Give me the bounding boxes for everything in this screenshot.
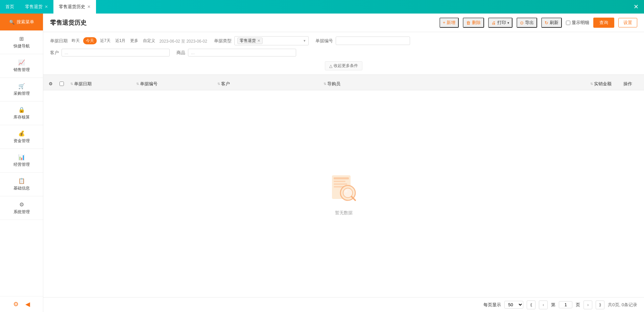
sidebar-item-basic-info[interactable]: 📋 基础信息 xyxy=(0,173,43,196)
date-filter-buttons: 昨天 今天 近7天 近1月 更多 自定义 xyxy=(70,37,157,44)
print-icon: 🖨 xyxy=(492,20,496,25)
tab-home[interactable]: 首页 xyxy=(0,0,20,14)
sidebar-item-system-mgmt[interactable]: ⚙ 系统管理 xyxy=(0,196,43,220)
last-page-button[interactable]: ⟫ xyxy=(596,300,604,309)
tab-retail-return-history[interactable]: 零售退货历史 ✕ xyxy=(53,0,96,14)
th-customer[interactable]: ⇅ 客户 xyxy=(215,81,321,87)
sidebar: 🔍 搜索菜单 ⊞ 快捷导航 📈 销售管理 🛒 采购管理 🔒 库存核算 💰 资金管… xyxy=(0,14,43,312)
collapse-sidebar-icon[interactable]: ◀ xyxy=(25,300,30,308)
operation-icon: 📊 xyxy=(18,154,25,160)
set-button[interactable]: 设置 xyxy=(618,18,637,27)
svg-point-8 xyxy=(345,190,348,193)
first-page-button[interactable]: ⟪ xyxy=(527,300,535,309)
main-layout: 🔍 搜索菜单 ⊞ 快捷导航 📈 销售管理 🛒 采购管理 🔒 库存核算 💰 资金管… xyxy=(0,14,644,312)
refresh-button[interactable]: ↻ 刷新 xyxy=(541,18,562,28)
sidebar-item-inventory[interactable]: 🔒 库存核算 xyxy=(0,102,43,125)
print-button[interactable]: 🖨 打印 ▾ xyxy=(488,18,512,28)
bill-no-sort-icon: ⇅ xyxy=(136,82,139,86)
page-title: 零售退货历史 xyxy=(50,19,87,27)
collapse-icon: △ xyxy=(329,64,332,68)
bill-type-tag-remove[interactable]: ✕ xyxy=(257,39,260,43)
page-size-label: 每页显示 xyxy=(483,302,501,308)
page-prefix: 第 xyxy=(551,302,555,308)
filter-container: 单据日期 昨天 今天 近7天 近1月 更多 自定义 2023-06-02 至 2… xyxy=(43,32,644,75)
empty-icon xyxy=(327,172,361,206)
filter-row-1: 单据日期 昨天 今天 近7天 近1月 更多 自定义 2023-06-02 至 2… xyxy=(50,36,637,45)
sidebar-item-purchase-mgmt[interactable]: 🛒 采购管理 xyxy=(0,78,43,102)
th-bill-no[interactable]: ⇅ 单据编号 xyxy=(134,81,215,87)
empty-text: 暂无数据 xyxy=(335,210,353,216)
delete-button[interactable]: 🗑 删除 xyxy=(463,18,484,28)
th-amount[interactable]: ⇅ 实销金额 xyxy=(558,81,614,87)
show-detail-checkbox[interactable] xyxy=(566,21,570,25)
inventory-icon: 🔒 xyxy=(18,106,25,113)
bill-type-dropdown-icon: ▾ xyxy=(304,39,306,43)
delete-icon: 🗑 xyxy=(466,20,471,25)
collapse-button[interactable]: △ 收起更多条件 xyxy=(325,61,362,70)
tab-retail-return[interactable]: 零售退货 ✕ xyxy=(20,0,53,14)
bill-type-select[interactable]: 零售退货 ✕ ▾ xyxy=(234,36,309,45)
date-btn-7days[interactable]: 近7天 xyxy=(99,37,112,44)
svg-rect-3 xyxy=(334,183,347,185)
goods-placeholder: ... xyxy=(191,50,195,55)
date-filter-item: 单据日期 昨天 今天 近7天 近1月 更多 自定义 2023-06-02 至 2… xyxy=(50,37,207,44)
export-button[interactable]: ⊙ 导出 xyxy=(517,18,537,28)
th-guide[interactable]: ⇅ 导购员 xyxy=(321,81,402,87)
sidebar-item-sales-mgmt[interactable]: 📈 销售管理 xyxy=(0,54,43,78)
date-range-display: 2023-06-02 至 2023-06-02 xyxy=(159,39,207,44)
sidebar-item-operation-mgmt[interactable]: 📊 经营管理 xyxy=(0,149,43,173)
finance-icon: 💰 xyxy=(18,130,25,137)
settings-bottom-icon[interactable]: ⚙ xyxy=(13,300,19,308)
select-all-checkbox[interactable] xyxy=(59,82,64,86)
tab-retail-return-history-close[interactable]: ✕ xyxy=(87,4,91,9)
filter-area: 单据日期 昨天 今天 近7天 近1月 更多 自定义 2023-06-02 至 2… xyxy=(43,32,644,75)
sidebar-item-quick-nav[interactable]: ⊞ 快捷导航 xyxy=(0,30,43,54)
bill-type-tag: 零售退货 ✕ xyxy=(237,38,263,44)
purchase-icon: 🛒 xyxy=(18,83,25,89)
th-op: 操作 xyxy=(614,81,641,87)
bill-no-input[interactable] xyxy=(336,37,410,45)
th-date[interactable]: ⇅ 单据日期 xyxy=(68,81,134,87)
page-header: 零售退货历史 + 新增 🗑 删除 🖨 打印 ▾ ⊙ 导出 xyxy=(43,14,644,32)
show-detail-checkbox-label[interactable]: 显示明细 xyxy=(566,20,589,26)
print-dropdown-icon: ▾ xyxy=(507,21,509,25)
page-suffix: 页 xyxy=(576,302,580,308)
page-number-input[interactable] xyxy=(559,301,572,308)
th-checkbox[interactable] xyxy=(57,82,68,86)
sort-up-icon: ⇅ xyxy=(70,82,73,86)
filter-row-2: 客户 ... 商品 ... xyxy=(50,49,637,57)
goods-select[interactable]: ... xyxy=(188,49,296,57)
date-btn-custom[interactable]: 自定义 xyxy=(142,37,157,44)
window-close-button[interactable]: ✕ xyxy=(628,3,644,10)
customer-sort-icon: ⇅ xyxy=(217,82,220,86)
bill-no-filter-item: 单据编号 xyxy=(315,37,410,45)
refresh-icon: ↻ xyxy=(545,20,548,25)
date-btn-today[interactable]: 今天 xyxy=(83,37,97,44)
query-button[interactable]: 查询 xyxy=(593,18,614,28)
amount-sort-icon: ⇅ xyxy=(590,82,593,86)
next-page-button[interactable]: › xyxy=(583,300,592,309)
date-btn-more[interactable]: 更多 xyxy=(129,37,140,44)
goods-label: 商品 xyxy=(176,50,185,56)
total-info: 共0页, 0条记录 xyxy=(608,302,637,308)
bill-no-label: 单据编号 xyxy=(315,38,333,44)
th-settings[interactable]: ⚙ xyxy=(46,81,57,86)
add-button[interactable]: + 新增 xyxy=(439,18,459,28)
sales-icon: 📈 xyxy=(18,59,25,66)
prev-page-button[interactable]: ‹ xyxy=(539,300,548,309)
quick-nav-icon: ⊞ xyxy=(18,35,25,42)
top-bar: 首页 零售退货 ✕ 零售退货历史 ✕ ✕ xyxy=(0,0,644,14)
svg-rect-2 xyxy=(334,181,345,182)
date-btn-yesterday[interactable]: 昨天 xyxy=(70,37,81,44)
tab-retail-return-close[interactable]: ✕ xyxy=(45,4,48,9)
customer-select[interactable]: ... xyxy=(62,49,170,57)
date-btn-1month[interactable]: 近1月 xyxy=(114,37,127,44)
page-size-select[interactable]: 20 50 100 xyxy=(504,301,523,309)
table-area: ⚙ ⇅ 单据日期 ⇅ 单据编号 ⇅ 客户 ⇅ xyxy=(43,77,644,312)
bill-type-filter-item: 单据类型 零售退货 ✕ ▾ xyxy=(214,36,309,45)
svg-rect-1 xyxy=(334,177,349,179)
customer-label: 客户 xyxy=(50,50,59,56)
sidebar-item-finance-mgmt[interactable]: 💰 资金管理 xyxy=(0,125,43,149)
sidebar-search[interactable]: 🔍 搜索菜单 xyxy=(0,14,43,30)
table-body: 暂无数据 xyxy=(43,90,644,297)
